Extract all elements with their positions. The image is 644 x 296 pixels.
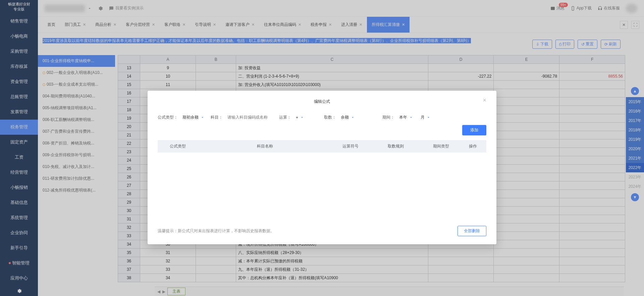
label-operator: 运算： xyxy=(279,115,291,120)
label-fetch: 取数： xyxy=(324,115,336,120)
modal-close-button[interactable]: × xyxy=(483,97,486,104)
label-period: 期间： xyxy=(382,115,394,120)
edit-formula-modal: 编辑公式 × 公式类型： 期初余额 科目： 运算： + 取数： 余额 期间： 本… xyxy=(148,91,496,244)
add-button[interactable]: 添加 xyxy=(462,125,486,135)
fetch-select[interactable]: 余额 xyxy=(341,115,378,120)
operator-select[interactable]: + xyxy=(296,115,319,120)
period-month-select[interactable]: 月 xyxy=(421,115,434,120)
modal-title: 编辑公式 × xyxy=(158,98,486,104)
chevron-down-icon xyxy=(427,116,430,119)
formula-table-body xyxy=(158,153,486,220)
chevron-down-icon xyxy=(409,116,413,119)
modal-th: 取数规则 xyxy=(369,140,423,153)
chevron-down-icon xyxy=(351,116,355,119)
label-subject: 科目： xyxy=(211,115,223,120)
modal-th: 公式类型 xyxy=(158,140,198,153)
modal-th: 科目名称 xyxy=(198,140,332,153)
label-formula-type: 公式类型： xyxy=(158,115,178,120)
modal-th: 期间类型 xyxy=(423,140,460,153)
formula-table: 公式类型科目名称运算符号取数规则期间类型操作 xyxy=(158,140,486,153)
modal-overlay: 编辑公式 × 公式类型： 期初余额 科目： 运算： + 取数： 余额 期间： 本… xyxy=(0,0,644,296)
subject-input[interactable] xyxy=(227,115,274,120)
modal-tip: 温馨提示：新公式只对未出报表进行计算，不影响历史报表数据。 xyxy=(158,228,274,234)
chevron-down-icon xyxy=(300,116,304,119)
delete-all-button[interactable]: 全部删除 xyxy=(458,226,486,236)
chevron-down-icon xyxy=(201,116,204,119)
modal-th: 运算符号 xyxy=(332,140,369,153)
modal-th: 操作 xyxy=(460,140,486,153)
period-year-select[interactable]: 本年 xyxy=(399,115,416,120)
formula-type-select[interactable]: 期初余额 xyxy=(182,115,206,120)
